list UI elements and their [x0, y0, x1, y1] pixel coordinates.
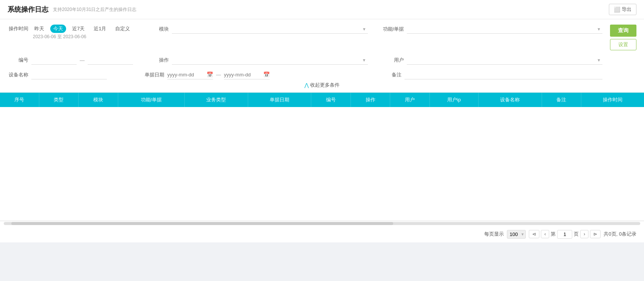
time-range: 2023-06-06 至 2023-06-06 — [33, 34, 86, 39]
remark-input[interactable] — [405, 70, 603, 79]
next-page-button[interactable]: › — [580, 230, 588, 238]
page-size-select[interactable]: 100 50 200 — [507, 230, 526, 239]
action-buttons: 查询 设置 — [610, 25, 636, 50]
table-header: 序号 类型 模块 功能/单据 业务类型 单据日期 编号 操作 用户 用户ip 设… — [0, 93, 644, 107]
col-date: 单据日期 — [248, 93, 311, 107]
date-end-icon[interactable]: 📅 — [263, 71, 270, 78]
col-op-time: 操作时间 — [581, 93, 644, 107]
scrollbar-row — [0, 221, 644, 226]
table-body — [0, 107, 644, 220]
prev-page-button[interactable]: ‹ — [541, 230, 549, 238]
time-btn-today[interactable]: 今天 — [50, 25, 66, 33]
filter-row-3: 设备名称 单据日期 📅 — 📅 备注 — [8, 70, 636, 79]
scrollbar-track[interactable] — [4, 222, 640, 225]
col-func: 功能/单据 — [118, 93, 184, 107]
num-end-input[interactable] — [88, 56, 133, 65]
func-label: 功能/单据 — [383, 26, 404, 33]
time-btn-yesterday[interactable]: 昨天 — [31, 25, 47, 33]
page-size-label: 每页显示 — [484, 231, 504, 238]
col-user: 用户 — [390, 93, 429, 107]
collapse-label: 收起更多条件 — [310, 82, 340, 88]
page-input[interactable] — [557, 230, 572, 239]
export-button[interactable]: ⬜ 导出 — [609, 4, 636, 15]
remark-label: 备注 — [381, 71, 402, 78]
total-text: 共0页, 0条记录 — [604, 231, 636, 238]
pagination-nav: ⊲ ‹ 第 页 › ⊳ — [529, 230, 601, 239]
date-end-wrap: 📅 — [224, 70, 270, 79]
data-table: 序号 类型 模块 功能/单据 业务类型 单据日期 编号 操作 用户 用户ip 设… — [0, 93, 644, 221]
time-options: 昨天 今天 近7天 近1月 自定义 — [31, 25, 133, 33]
op-label: 操作 — [148, 57, 169, 64]
col-biz-type: 业务类型 — [185, 93, 248, 107]
func-select[interactable] — [407, 26, 602, 32]
collapse-row[interactable]: ⋀ 收起更多条件 — [8, 79, 636, 92]
date-start-wrap: 📅 — [167, 70, 213, 79]
col-type: 类型 — [39, 93, 78, 107]
col-num: 编号 — [311, 93, 351, 107]
time-btn-custom[interactable]: 自定义 — [112, 25, 133, 33]
collapse-button[interactable]: ⋀ 收起更多条件 — [304, 82, 340, 88]
device-input[interactable] — [31, 70, 107, 79]
empty-row — [0, 107, 644, 220]
page-unit: 页 — [574, 231, 579, 238]
page-label: 第 — [551, 231, 556, 238]
op-select[interactable] — [172, 57, 368, 63]
num-dash: — — [80, 57, 85, 63]
device-label: 设备名称 — [8, 71, 28, 78]
col-remark: 备注 — [542, 93, 581, 107]
filter-area: 操作时间 昨天 今天 近7天 近1月 自定义 2023-06-06 至 2023… — [0, 19, 644, 93]
export-icon: ⬜ — [614, 6, 620, 12]
time-btn-7days[interactable]: 近7天 — [69, 25, 88, 33]
query-button[interactable]: 查询 — [610, 25, 636, 37]
user-select[interactable] — [407, 57, 603, 63]
scrollbar-thumb[interactable] — [11, 222, 393, 225]
page-header: 系统操作日志 支持2020年10月31日之后产生的操作日志 ⬜ 导出 — [0, 0, 644, 19]
func-dropdown[interactable]: ▼ — [407, 25, 602, 34]
col-module: 模块 — [79, 93, 118, 107]
page-title: 系统操作日志 — [8, 5, 48, 14]
module-label: 模块 — [148, 26, 169, 33]
last-page-button[interactable]: ⊳ — [590, 230, 601, 238]
table-wrap: 序号 类型 模块 功能/单据 业务类型 单据日期 编号 操作 用户 用户ip 设… — [0, 93, 644, 221]
num-label: 编号 — [8, 57, 28, 64]
user-label: 用户 — [383, 57, 404, 64]
export-label: 导出 — [622, 6, 632, 13]
first-page-button[interactable]: ⊲ — [529, 230, 539, 238]
col-device: 设备名称 — [478, 93, 542, 107]
collapse-icon: ⋀ — [304, 82, 309, 88]
time-btn-1month[interactable]: 近1月 — [91, 25, 109, 33]
table-header-row: 序号 类型 模块 功能/单据 业务类型 单据日期 编号 操作 用户 用户ip 设… — [0, 93, 644, 107]
date-end-input[interactable] — [224, 72, 262, 78]
date-label: 单据日期 — [144, 71, 164, 78]
module-select[interactable] — [172, 26, 368, 32]
user-dropdown[interactable]: ▼ — [407, 56, 603, 65]
filter-row-2: 编号 — 操作 ▼ 用户 ▼ — [8, 56, 636, 65]
page-size-wrap: 100 50 200 ▼ — [507, 230, 526, 239]
module-dropdown[interactable]: ▼ — [172, 25, 368, 34]
op-dropdown[interactable]: ▼ — [172, 56, 368, 65]
pagination-bar: 每页显示 100 50 200 ▼ ⊲ ‹ 第 页 › ⊳ 共0页, 0条记录 — [0, 226, 644, 242]
col-user-ip: 用户ip — [429, 93, 478, 107]
filter-row-1: 操作时间 昨天 今天 近7天 近1月 自定义 2023-06-06 至 2023… — [8, 25, 636, 50]
col-op: 操作 — [351, 93, 390, 107]
num-start-input[interactable] — [31, 56, 77, 65]
time-label: 操作时间 — [8, 25, 28, 32]
date-dash: — — [216, 72, 221, 78]
col-seq: 序号 — [0, 93, 39, 107]
settings-button[interactable]: 设置 — [610, 39, 636, 50]
date-start-icon[interactable]: 📅 — [207, 71, 213, 78]
date-start-input[interactable] — [167, 72, 205, 78]
page-subtitle: 支持2020年10月31日之后产生的操作日志 — [53, 6, 136, 13]
